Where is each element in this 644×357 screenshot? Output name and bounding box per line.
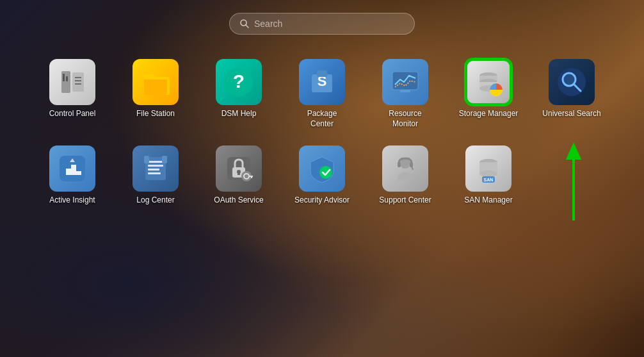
dsm-help-icon: ? (216, 59, 262, 105)
app-universal-search[interactable]: Universal Search (530, 54, 613, 134)
svg-rect-5 (72, 72, 84, 92)
search-bar[interactable] (229, 13, 415, 35)
storage-manager-label: Storage Manager (459, 109, 519, 119)
app-active-insight[interactable]: Active Insight (31, 140, 114, 211)
storage-manager-icon (465, 59, 511, 105)
oauth-service-icon (216, 145, 262, 192)
universal-search-label: Universal Search (542, 109, 600, 119)
svg-line-1 (246, 25, 248, 28)
desktop-content: Control Panel File Station ? (0, 0, 644, 357)
universal-search-icon (549, 59, 595, 105)
app-package-center[interactable]: S Package Center (280, 54, 364, 134)
svg-rect-4 (66, 76, 68, 81)
support-center-label: Support Center (379, 195, 431, 206)
resource-monitor-label: Resource Monitor (389, 109, 421, 129)
svg-rect-45 (398, 162, 401, 167)
active-insight-icon (49, 145, 95, 192)
apps-grid: Control Panel File Station ? (0, 54, 644, 217)
control-panel-icon (49, 59, 95, 105)
svg-rect-16 (400, 90, 410, 92)
svg-rect-3 (63, 74, 65, 81)
svg-rect-31 (148, 169, 159, 170)
svg-point-50 (479, 170, 497, 177)
package-center-icon: S (299, 59, 345, 105)
dsm-help-label: DSM Help (221, 109, 257, 119)
file-station-icon (133, 59, 179, 105)
svg-text:?: ? (233, 71, 245, 92)
svg-rect-33 (144, 156, 149, 163)
svg-rect-13 (317, 71, 327, 77)
app-storage-manager[interactable]: Storage Manager (447, 54, 530, 134)
active-insight-label: Active Insight (49, 195, 95, 206)
search-icon (240, 19, 249, 28)
svg-rect-29 (148, 161, 163, 163)
search-input[interactable] (254, 19, 404, 29)
resource-monitor-icon (382, 59, 428, 105)
support-center-icon (382, 145, 428, 192)
svg-text:SAN: SAN (484, 178, 494, 182)
app-file-station[interactable]: File Station (114, 54, 197, 134)
app-resource-monitor[interactable]: Resource Monitor (364, 54, 447, 134)
svg-rect-34 (162, 156, 167, 163)
app-support-center[interactable]: Support Center (364, 140, 447, 211)
file-station-label: File Station (136, 109, 175, 119)
san-manager-label: SAN Manager (464, 195, 512, 206)
app-dsm-help[interactable]: ? DSM Help (197, 54, 280, 134)
security-advisor-icon (299, 145, 345, 192)
app-san-manager[interactable]: SAN SAN Manager (447, 140, 530, 211)
app-oauth-service[interactable]: OAuth Service (197, 140, 280, 211)
svg-rect-30 (148, 165, 163, 167)
app-security-advisor[interactable]: Security Advisor (280, 140, 364, 211)
svg-rect-32 (148, 172, 161, 174)
app-control-panel[interactable]: Control Panel (31, 54, 114, 134)
svg-point-26 (563, 73, 576, 86)
san-manager-icon: SAN (465, 145, 511, 192)
oauth-service-label: OAuth Service (214, 195, 263, 206)
log-center-label: Log Center (136, 195, 174, 206)
security-advisor-label: Security Advisor (294, 195, 350, 206)
app-log-center[interactable]: Log Center (114, 140, 197, 211)
svg-point-43 (319, 166, 332, 179)
control-panel-label: Control Panel (49, 109, 96, 119)
svg-rect-38 (237, 172, 240, 175)
log-center-icon (133, 145, 179, 192)
package-center-label: Package Center (307, 109, 337, 129)
